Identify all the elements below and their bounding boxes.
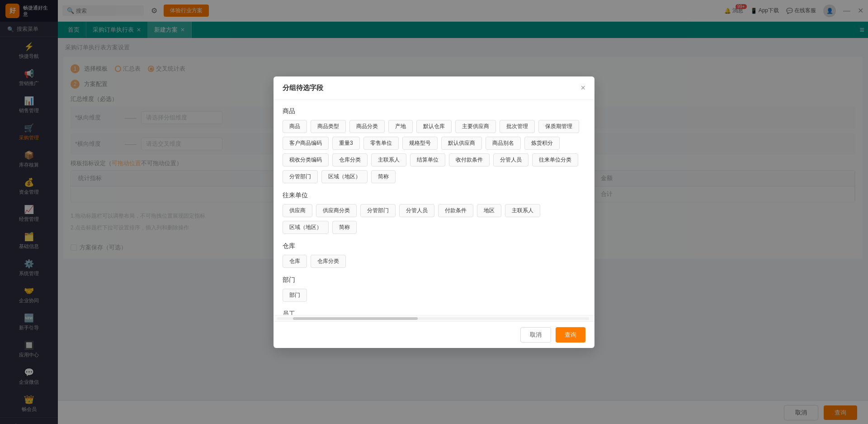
field-tag[interactable]: 简称 bbox=[332, 221, 357, 234]
field-tag[interactable]: 分管部门 bbox=[360, 204, 396, 217]
field-section-department: 部门 部门 bbox=[283, 276, 585, 302]
field-tag[interactable]: 供应商分类 bbox=[316, 204, 357, 217]
field-tag[interactable]: 部门 bbox=[283, 289, 307, 302]
section-title-warehouse: 仓库 bbox=[283, 242, 585, 250]
hscroll-thumb bbox=[293, 317, 418, 320]
field-tag[interactable]: 商品类型 bbox=[311, 120, 346, 133]
field-tag[interactable]: 简称 bbox=[371, 170, 396, 183]
modal-header: 分组待选字段 × bbox=[274, 76, 594, 100]
modal-footer: 取消 查询 bbox=[274, 321, 594, 348]
field-tag[interactable]: 商品分类 bbox=[349, 120, 385, 133]
section-title-department: 部门 bbox=[283, 276, 585, 284]
field-tag[interactable]: 供应商 bbox=[283, 204, 312, 217]
field-tag[interactable]: 默认供应商 bbox=[441, 137, 482, 150]
field-tag[interactable]: 炼货积分 bbox=[524, 137, 560, 150]
field-tag[interactable]: 付款条件 bbox=[438, 204, 473, 217]
field-tag[interactable]: 地区 bbox=[477, 204, 501, 217]
field-tag[interactable]: 主要供应商 bbox=[455, 120, 496, 133]
product-field-tags: 商品 商品类型 商品分类 产地 默认仓库 主要供应商 批次管理 保质期管理 客户… bbox=[283, 120, 585, 183]
field-tag[interactable]: 默认仓库 bbox=[416, 120, 452, 133]
modal-close-button[interactable]: × bbox=[580, 84, 585, 92]
field-section-partner: 往来单位 供应商 供应商分类 分管部门 分管人员 付款条件 地区 主联系人 区域… bbox=[283, 191, 585, 234]
field-tag[interactable]: 区域（地区） bbox=[283, 221, 329, 234]
field-tag[interactable]: 主联系人 bbox=[371, 153, 406, 167]
field-section-warehouse: 仓库 仓库 仓库分类 bbox=[283, 242, 585, 268]
field-tag[interactable]: 分管部门 bbox=[283, 170, 318, 183]
field-tag[interactable]: 仓库分类 bbox=[332, 153, 368, 167]
modal-body[interactable]: 商品 商品 商品类型 商品分类 产地 默认仓库 主要供应商 批次管理 保质期管理… bbox=[274, 100, 594, 315]
field-tag[interactable]: 税收分类编码 bbox=[283, 153, 329, 167]
section-title-employee: 员工 bbox=[283, 310, 585, 315]
field-select-modal: 分组待选字段 × 商品 商品 商品类型 商品分类 产地 默认仓库 主要供应商 批… bbox=[274, 76, 594, 348]
field-section-product: 商品 商品 商品类型 商品分类 产地 默认仓库 主要供应商 批次管理 保质期管理… bbox=[283, 107, 585, 183]
warehouse-field-tags: 仓库 仓库分类 bbox=[283, 255, 585, 268]
field-section-employee: 员工 业务员 bbox=[283, 310, 585, 315]
section-title-partner: 往来单位 bbox=[283, 191, 585, 200]
modal-confirm-button[interactable]: 查询 bbox=[556, 327, 585, 343]
field-tag[interactable]: 客户商品编码 bbox=[283, 137, 329, 150]
field-tag[interactable]: 保质期管理 bbox=[538, 120, 579, 133]
modal-title: 分组待选字段 bbox=[283, 84, 323, 92]
field-tag[interactable]: 分管人员 bbox=[399, 204, 434, 217]
field-tag[interactable]: 仓库 bbox=[283, 255, 307, 268]
field-tag[interactable]: 仓库分类 bbox=[311, 255, 346, 268]
field-tag[interactable]: 零售单位 bbox=[363, 137, 399, 150]
field-tag[interactable]: 商品 bbox=[283, 120, 307, 133]
field-tag[interactable]: 批次管理 bbox=[500, 120, 535, 133]
field-tag[interactable]: 主联系人 bbox=[505, 204, 540, 217]
field-tag[interactable]: 收付款条件 bbox=[449, 153, 490, 167]
field-tag[interactable]: 商品别名 bbox=[486, 137, 521, 150]
field-tag[interactable]: 规格型号 bbox=[402, 137, 438, 150]
field-tag[interactable]: 分管人员 bbox=[493, 153, 528, 167]
modal-overlay: 分组待选字段 × 商品 商品 商品类型 商品分类 产地 默认仓库 主要供应商 批… bbox=[0, 0, 868, 424]
field-tag[interactable]: 结算单位 bbox=[410, 153, 445, 167]
section-title-product: 商品 bbox=[283, 107, 585, 115]
field-tag[interactable]: 区域（地区） bbox=[321, 170, 368, 183]
field-tag[interactable]: 往来单位分类 bbox=[532, 153, 578, 167]
field-tag[interactable]: 产地 bbox=[388, 120, 413, 133]
modal-cancel-button[interactable]: 取消 bbox=[520, 327, 551, 343]
department-field-tags: 部门 bbox=[283, 289, 585, 302]
field-tag[interactable]: 重量3 bbox=[332, 137, 360, 150]
partner-field-tags: 供应商 供应商分类 分管部门 分管人员 付款条件 地区 主联系人 区域（地区） … bbox=[283, 204, 585, 234]
modal-hscrollbar[interactable] bbox=[274, 315, 594, 321]
